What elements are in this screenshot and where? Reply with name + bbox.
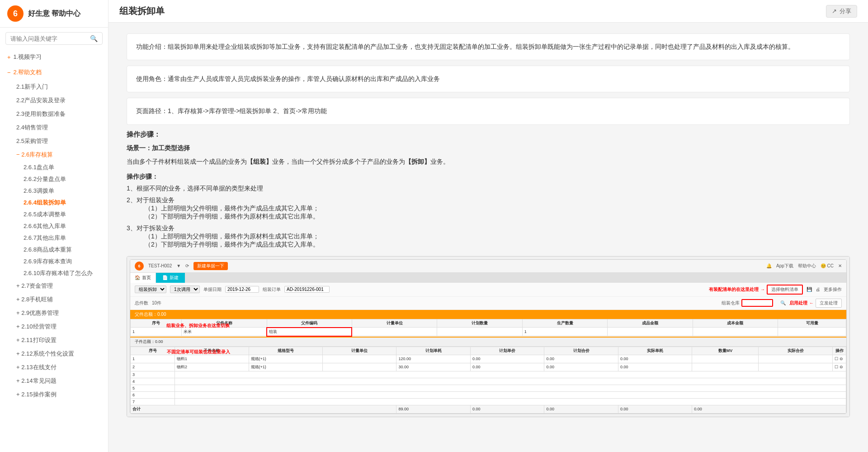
th-cost-amt: 成本金额	[693, 319, 778, 328]
nav-item-2-6-9[interactable]: 2.6.9库存账本查询	[0, 256, 108, 267]
nav-label: 2.帮助文档	[14, 68, 42, 76]
btd-act3-1	[759, 355, 833, 363]
nav-item-2-7[interactable]: + 2.7资金管理	[0, 279, 108, 293]
td-top-plan	[437, 328, 522, 336]
search-icon[interactable]: 🔍	[90, 35, 98, 42]
nav-item-2-12[interactable]: + 2.12系统个性化设置	[0, 347, 108, 361]
btd-name-1: 物料1	[175, 355, 249, 363]
nav-item-2-6-7[interactable]: 2.6.7其他出库单	[0, 232, 108, 244]
operations-section: 操作步骤： 场景一：加工类型选择 当由多个子件材料组装成一个成品的业务为【组装】…	[127, 130, 850, 417]
search-box[interactable]: 🔍	[5, 32, 103, 45]
nav-item-2-2[interactable]: 2.2产品安装及登录	[0, 94, 108, 107]
sim-child-total: 子件总额：0.00	[135, 339, 163, 345]
content-area: 功能介绍：组装拆卸单用来处理企业组装或拆卸等加工业务，支持有固定装配清单的产品加…	[108, 23, 868, 452]
th-prod-qty: 生产数量	[522, 319, 607, 328]
operations-title: 操作步骤：	[127, 130, 850, 139]
sim-type2-select[interactable]: 1次调用	[170, 285, 200, 293]
ops-label: 操作步骤：	[127, 173, 850, 181]
nav-item-2-6-6[interactable]: 2.6.6其他入库单	[0, 220, 108, 232]
sim-qty-label: 总件数	[135, 300, 148, 306]
step3-text: 3、对于拆装业务	[127, 224, 850, 233]
sim-asm-input[interactable]	[284, 286, 330, 293]
nav-item-2-6-2[interactable]: 2.6.2分量盘点单	[0, 173, 108, 185]
btd-no-1: 1	[131, 355, 175, 363]
nav-item-2-6-1[interactable]: 2.6.1盘点单	[0, 162, 108, 173]
nav-item-2-6-10[interactable]: 2.6.10库存账本错了怎么办	[0, 267, 108, 279]
btd-plan3-1: 0.00	[544, 355, 618, 363]
nav-item-2-6-3[interactable]: 2.6.3调拨单	[0, 185, 108, 197]
sim-app-icon: App下载	[776, 263, 793, 269]
sim-table-top: 序号 父件名称 父件编码 计量单位 计划数量 生产数量 成品金额 成本金额 可用…	[130, 319, 846, 337]
plus-icon: +	[7, 54, 11, 61]
sim-bell-icon: 🔔	[766, 263, 772, 268]
sim-new-btn[interactable]: 新建单据一下	[193, 262, 228, 270]
btd-act2-1	[692, 355, 759, 363]
sim-print-icon: 🖨	[816, 287, 820, 292]
sim-nav-home[interactable]: 🏠 首页	[130, 273, 156, 283]
step1-text: 1、根据不同的业务，选择不同单据的类型来处理	[127, 185, 850, 193]
nav-tree: + 1.视频学习 − 2.帮助文档 2.1新手入门 2.2产品安装及登录 2.3…	[0, 49, 108, 452]
btable-row-7: 7	[131, 398, 846, 405]
nav-item-2-4[interactable]: 2.4销售管理	[0, 121, 108, 134]
btd-total-label: 合计	[131, 405, 396, 413]
nav-item-2-6-4-active[interactable]: 2.6.4组装拆卸单	[0, 197, 108, 209]
nav-item-2-13[interactable]: + 2.13在线支付	[0, 361, 108, 374]
nav-item-2-6[interactable]: − 2.6库存核算	[0, 148, 108, 162]
sim-dropdown-icon: ▼	[176, 263, 181, 268]
btd-unit-2	[323, 363, 396, 371]
nav-item-2-6-5[interactable]: 2.6.5成本调整单	[0, 209, 108, 220]
nav-item-2-8[interactable]: + 2.8手机旺辅	[0, 293, 108, 306]
screenshot-wrapper: 6 TEST-H002 ▼ ⟳ 新建单据一下 🔔 App下载 帮助中心 😊 CC…	[127, 256, 850, 417]
sim-qty-value: 10件	[152, 300, 161, 306]
bth-plan-unit: 计划单耗	[396, 347, 470, 355]
annotation-switch: 组装业务、拆卸业务在这里切换	[166, 323, 230, 329]
td-top-pamt	[608, 328, 693, 336]
sidebar-header: 6 好生意 帮助中心	[0, 0, 108, 28]
sim-bom-btn[interactable]: 选择物料清单	[767, 285, 803, 295]
sidebar: 6 好生意 帮助中心 🔍 + 1.视频学习 − 2.帮助文档 2.1新手入门 2…	[0, 0, 108, 452]
th-prod-amt: 成品金额	[608, 319, 693, 328]
td-top-unit	[352, 328, 437, 336]
sim-date-input[interactable]	[225, 286, 259, 293]
nav-item-2-3[interactable]: 2.3使用前数据准备	[0, 107, 108, 121]
nav-section-docs[interactable]: − 2.帮助文档	[0, 65, 108, 80]
path-text: 页面路径：1、库存核算->库存管理->组装拆卸单 2、首页->常用功能	[136, 107, 327, 114]
sim-enable-btn-area: 启用处理 ← 立发处理	[789, 299, 842, 308]
nav-item-2-6-8[interactable]: 2.6.8商品成本重算	[0, 244, 108, 256]
sim-logo: 6	[135, 262, 144, 271]
intro-card: 功能介绍：组装拆卸单用来处理企业组装或拆卸等加工业务，支持有固定装配清单的产品加…	[127, 33, 850, 60]
sim-enable-btn[interactable]: 立发处理	[816, 299, 842, 308]
bth-actual-unit: 实际单耗	[618, 347, 692, 355]
main: 组装拆卸单 ↗ 分享 功能介绍：组装拆卸单用来处理企业组装或拆卸等加工业务，支持…	[108, 0, 868, 452]
nav-item-2-10[interactable]: + 2.10经营管理	[0, 320, 108, 333]
btd-total-ops: 0.00	[692, 405, 846, 413]
sim-more-icon: 更多操作	[824, 286, 842, 293]
nav-item-2-5[interactable]: 2.5采购管理	[0, 134, 108, 148]
sim-type-select[interactable]: 组装拆卸	[135, 285, 166, 293]
nav-item-2-1[interactable]: 2.1新手入门	[0, 80, 108, 94]
nav-item-2-14[interactable]: + 2.14常见问题	[0, 374, 108, 388]
step3-block: 3、对于拆装业务 （1）上部明细为父件明细，最终作为原材料生成其它出库单； （2…	[127, 224, 850, 249]
sim-user-icon: 😊 CC	[821, 263, 834, 268]
nav-section-videos[interactable]: + 1.视频学习	[0, 49, 108, 65]
bth-ops: 操作	[833, 347, 846, 355]
btd-act2-2	[692, 363, 759, 371]
sim-window: 6 TEST-H002 ▼ ⟳ 新建单据一下 🔔 App下载 帮助中心 😊 CC…	[130, 259, 847, 414]
share-button[interactable]: ↗ 分享	[826, 5, 857, 18]
sim-nav-active[interactable]: 📄 新建	[156, 273, 185, 283]
bth-spec: 规格型号	[249, 347, 322, 355]
role-card: 使用角色：通常由生产人员或库管人员完成拆装业务的操作，库管人员确认原材料的出库和…	[127, 66, 850, 92]
btable-row-3: 3	[131, 371, 846, 378]
arrow-bom: →	[760, 287, 765, 292]
btd-ops-2: ☐ ⊖	[833, 363, 846, 371]
nav-item-2-9[interactable]: + 2.9优惠券管理	[0, 306, 108, 320]
sim-wh-input[interactable]	[741, 299, 773, 307]
step2-sub2: （2）下部明细为子件明细，最终作为原材料生成其它出库单。	[145, 213, 850, 221]
td-top-camt	[693, 328, 778, 336]
sim-asm-label: 组装订单	[263, 286, 281, 293]
nav-item-2-11[interactable]: + 2.11打印设置	[0, 333, 108, 347]
search-input[interactable]	[10, 35, 90, 42]
sim-type-bar-label: 父件总额：0.00	[135, 311, 166, 318]
step2-text: 2、对于组装业务	[127, 196, 850, 205]
nav-item-2-15[interactable]: + 2.15操作案例	[0, 388, 108, 401]
